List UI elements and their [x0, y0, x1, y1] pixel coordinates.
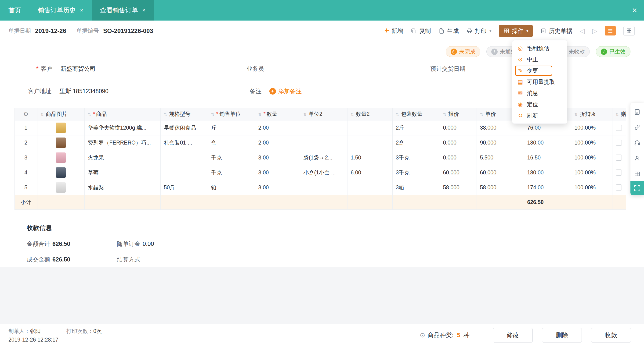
gift-checkbox[interactable]: [616, 125, 622, 131]
cell-row-number: 3: [15, 150, 37, 165]
link-icon[interactable]: [630, 120, 644, 135]
category-count: 5: [456, 332, 461, 339]
gift-checkbox[interactable]: [616, 170, 622, 175]
col-header-discount[interactable]: ⇅折扣%: [571, 108, 612, 120]
menu-item-label: 变更: [527, 67, 538, 74]
print-count-label: 打印次数：: [66, 328, 93, 335]
side-toolbar: [630, 103, 644, 195]
close-icon[interactable]: ×: [80, 7, 83, 13]
close-icon[interactable]: ×: [625, 5, 644, 15]
print-button[interactable]: 打印 ▾: [466, 27, 492, 35]
sort-icon[interactable]: ⇅: [88, 112, 91, 117]
operations-button[interactable]: 操作 ▾: [499, 25, 533, 37]
sort-icon[interactable]: ⇅: [480, 112, 483, 117]
sort-icon[interactable]: ⇅: [616, 112, 619, 117]
gift-checkbox[interactable]: [616, 155, 622, 161]
sort-icon[interactable]: ⇅: [258, 112, 262, 117]
product-image[interactable]: [56, 138, 66, 148]
sort-icon[interactable]: ⇅: [351, 112, 354, 117]
menu-item-locate[interactable]: ◉ 定位: [512, 99, 567, 110]
col-header-image[interactable]: ⇅商品图片: [37, 108, 84, 120]
close-icon[interactable]: ×: [142, 7, 146, 13]
gift-checkbox[interactable]: [616, 184, 622, 190]
tab-sales-order-history[interactable]: 销售订单历史 ×: [30, 0, 92, 20]
cell-row-number: 4: [15, 165, 37, 180]
col-header-settings[interactable]: ⚙: [15, 108, 37, 120]
copy-button[interactable]: 复制: [411, 27, 431, 35]
col-header-quote[interactable]: ⇅报价: [440, 108, 476, 120]
modify-button[interactable]: 修改: [493, 328, 533, 343]
generate-button[interactable]: 生成: [438, 27, 459, 35]
menu-item-message[interactable]: ✉ 消息: [512, 88, 567, 99]
column-settings-icon[interactable]: ⚙: [24, 111, 28, 117]
change-icon: ✎: [517, 67, 524, 74]
sort-icon[interactable]: ⇅: [396, 112, 399, 117]
col-header-unit2[interactable]: ⇅单位2: [300, 108, 347, 120]
cell-gift: [612, 150, 626, 165]
grid-icon: [503, 28, 510, 34]
product-image[interactable]: [56, 182, 66, 193]
remark-label: 备注: [250, 87, 262, 95]
grid-view-button[interactable]: [624, 26, 635, 35]
cell-price: 5.500: [476, 150, 524, 165]
tab-current-label: 查看销售订单: [100, 6, 138, 14]
menu-item-available-qty-extract[interactable]: ▤ 可用量提取: [512, 76, 567, 88]
subtotal-row: 小计 626.50: [15, 195, 626, 209]
menu-item-gross-profit-estimate[interactable]: ◎ 毛利预估: [512, 43, 567, 54]
product-image[interactable]: [56, 153, 66, 163]
sort-icon[interactable]: ⇅: [41, 112, 44, 117]
add-remark-link[interactable]: + 添加备注: [270, 87, 302, 95]
history-docs-label: 历史单据: [549, 27, 572, 35]
sort-icon[interactable]: ⇅: [164, 112, 167, 117]
product-image[interactable]: [56, 168, 66, 178]
printer-icon: [466, 28, 472, 34]
headset-icon[interactable]: [630, 135, 644, 150]
list-view-button[interactable]: [605, 26, 616, 35]
history-docs-button[interactable]: 历史单据: [540, 27, 572, 35]
col-header-product[interactable]: ⇅*商品: [84, 108, 160, 120]
sort-icon[interactable]: ⇅: [304, 112, 307, 117]
table-row: 5 水晶梨 50斤 箱 3.00 3箱 58.000 58.000 174.00…: [15, 180, 626, 195]
delete-button[interactable]: 删除: [542, 328, 582, 343]
prev-doc-button[interactable]: ◁: [580, 27, 585, 35]
menu-item-abort[interactable]: ⊘ 中止: [512, 54, 567, 65]
col-header-gift[interactable]: ⇅赠: [612, 108, 626, 120]
cell-qty2: [347, 180, 392, 195]
cell-package-qty: 3箱: [392, 180, 440, 195]
cell-image: [37, 180, 84, 195]
sort-icon[interactable]: ⇅: [211, 112, 214, 117]
menu-item-refresh[interactable]: ↻ 刷新: [512, 110, 567, 121]
clock-icon: ◷: [450, 49, 457, 55]
package-icon[interactable]: [630, 166, 644, 181]
gift-checkbox[interactable]: [616, 140, 622, 146]
next-doc-button[interactable]: ▷: [592, 27, 597, 35]
cell-qty: 3.00: [255, 180, 300, 195]
tab-home[interactable]: 首页: [0, 0, 30, 20]
col-header-qty2[interactable]: ⇅数量2: [347, 108, 392, 120]
sort-icon[interactable]: ⇅: [574, 112, 578, 117]
expand-icon[interactable]: [630, 181, 644, 195]
cell-qty: 3.00: [255, 165, 300, 180]
add-button[interactable]: + 新增: [384, 27, 403, 35]
message-icon: ✉: [517, 90, 524, 96]
col-header-spec[interactable]: ⇅规格型号: [160, 108, 208, 120]
sort-icon[interactable]: ⇅: [443, 112, 446, 117]
col-header-unit[interactable]: ⇅*销售单位: [208, 108, 255, 120]
plus-circle-icon: +: [270, 88, 276, 95]
plus-icon: +: [384, 26, 389, 34]
menu-item-change[interactable]: ✎ 变更: [512, 65, 567, 76]
cell-discount: 100.00%: [571, 150, 612, 165]
receive-payment-button[interactable]: 收款: [591, 328, 631, 343]
creator-label: 制单人：: [8, 328, 30, 335]
col-header-qty[interactable]: ⇅*数量: [255, 108, 300, 120]
table-row: 3 火龙果 千克 3.00 袋(1袋 ≈ 2... 1.50 3千克 0.000…: [15, 150, 626, 165]
chevron-down-icon: ▾: [526, 28, 528, 33]
notes-icon[interactable]: [630, 104, 644, 120]
col-header-package-qty[interactable]: ⇅包装数量: [392, 108, 440, 120]
cell-gift: [612, 180, 626, 195]
contact-icon[interactable]: [630, 150, 644, 166]
tab-view-sales-order[interactable]: 查看销售订单 ×: [92, 0, 154, 20]
product-image[interactable]: [56, 123, 66, 133]
doc-no-label: 单据编号: [76, 27, 99, 34]
status-badge-incomplete: ◷ 未完成: [446, 46, 480, 57]
